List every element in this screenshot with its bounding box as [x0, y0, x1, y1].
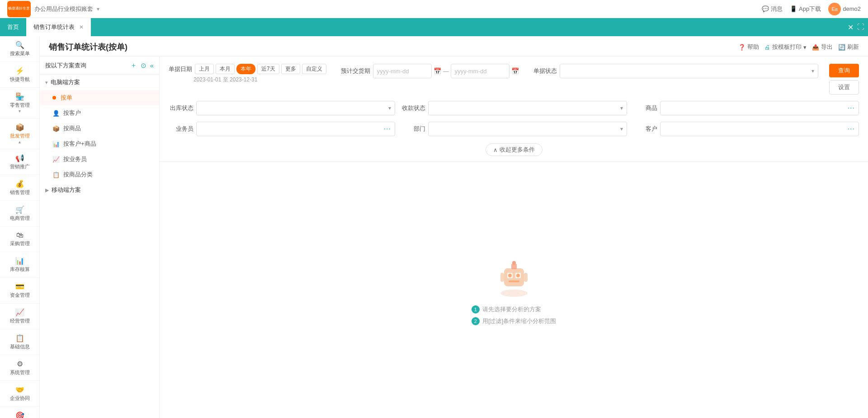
- top-bar-right: 💬 消息 📱 App下载 Ea demo2: [762, 3, 861, 15]
- sidebar-item-enterprise[interactable]: 🤝 企业协同: [0, 381, 39, 407]
- add-scheme-icon[interactable]: ＋: [130, 61, 137, 70]
- status-select[interactable]: ▾: [560, 64, 818, 78]
- expected-date-start[interactable]: [373, 64, 432, 78]
- sidebar-item-basic[interactable]: 📋 基础信息: [0, 329, 39, 355]
- active-indicator: [52, 96, 56, 100]
- empty-tip-1: 1 请先选择要分析的方案: [472, 305, 556, 314]
- collapse-scheme-icon[interactable]: «: [150, 62, 154, 69]
- tab-close-icon[interactable]: ✕: [79, 24, 84, 30]
- sidebar-item-ecommerce[interactable]: 🛒 电商管理: [0, 201, 39, 227]
- customer-select[interactable]: ···: [660, 122, 859, 136]
- page-title: 销售订单统计表(按单): [49, 42, 127, 52]
- sidebar: 🔍 搜索菜单 ⚡ 快捷导航 🏪 零售管理 ▾ 📦 批发管理 ▴ 📢 营销推广 💰…: [0, 36, 40, 418]
- help-icon: ❓: [738, 44, 745, 51]
- pc-group-label: 电脑端方案: [51, 78, 80, 86]
- export-btn[interactable]: 📤 导出: [812, 43, 833, 51]
- date-col: 单据日期 上月 本月 本年 近7天 更多 自定义 2023: [169, 64, 326, 84]
- pay-status-arrow: ▾: [620, 105, 623, 111]
- scheme-item-label-by-order: 按单: [61, 94, 72, 102]
- operation-icon: 📈: [15, 308, 24, 317]
- scheme-group-mobile-header[interactable]: ▶ 移动端方案: [40, 182, 159, 198]
- scheme-item-by-customer[interactable]: 👤 按客户: [40, 105, 159, 121]
- sidebar-item-marketing[interactable]: 📢 营销推广: [0, 149, 39, 175]
- tab-minimize-icon[interactable]: ✕: [848, 23, 854, 32]
- sidebar-item-system[interactable]: ⚙ 系统管理: [0, 355, 39, 381]
- sidebar-item-search[interactable]: 🔍 搜索菜单: [0, 36, 39, 62]
- product-scheme-icon: 📦: [52, 125, 60, 132]
- query-button[interactable]: 查询: [829, 64, 859, 77]
- help-btn[interactable]: ❓ 帮助: [738, 43, 759, 51]
- setting-button[interactable]: 设置: [829, 80, 859, 95]
- user-menu[interactable]: Ea demo2: [828, 3, 861, 15]
- date-btn-last-month[interactable]: 上月: [195, 64, 214, 74]
- refresh-icon: 🔄: [838, 44, 845, 51]
- scheme-item-by-customer-product[interactable]: 📊 按客户+商品: [40, 136, 159, 152]
- empty-tips: 1 请先选择要分析的方案 2 用[过滤]条件来缩小分析范围: [472, 305, 556, 325]
- scheme-list: ▾ 电脑端方案 按单 👤 按客户 📦 按商: [40, 75, 159, 418]
- sidebar-item-sales[interactable]: 💰 销售管理: [0, 175, 39, 201]
- expected-date-label: 预计交货期: [341, 67, 370, 75]
- sidebar-item-wholesale[interactable]: 📦 批发管理 ▴: [0, 119, 39, 149]
- app-title-dropdown[interactable]: ▾: [97, 6, 99, 12]
- date-btn-custom[interactable]: 自定义: [302, 64, 326, 74]
- date-btn-last-7[interactable]: 近7天: [257, 64, 279, 74]
- product-col: 商品 ···: [632, 101, 859, 115]
- scheme-item-by-salesman[interactable]: 📈 按业务员: [40, 152, 159, 167]
- sidebar-item-purchase[interactable]: 🛍 采购管理: [0, 227, 39, 252]
- filter-area: 单据日期 上月 本月 本年 近7天 更多 自定义 2023: [160, 57, 868, 140]
- system-icon: ⚙: [17, 360, 23, 368]
- template-print-btn[interactable]: 🖨 按模板打印 ▾: [764, 43, 807, 51]
- salesman-scheme-icon: 📈: [52, 156, 60, 163]
- svg-rect-10: [524, 273, 528, 282]
- right-panel: 单据日期 上月 本月 本年 近7天 更多 自定义 2023: [160, 57, 868, 418]
- salesman-select[interactable]: ···: [196, 122, 395, 136]
- retail-arrow: ▾: [19, 109, 21, 114]
- tab-home[interactable]: 首页: [0, 18, 26, 36]
- scheme-item-by-product[interactable]: 📦 按商品: [40, 121, 159, 136]
- scheme-item-by-category[interactable]: 📋 按商品分类: [40, 167, 159, 182]
- tip-num-1: 1: [472, 305, 480, 314]
- expected-date-end[interactable]: [451, 64, 509, 78]
- ship-status-arrow: ▾: [388, 105, 391, 111]
- date-range-text: 2023-01-01 至 2023-12-31: [169, 76, 326, 84]
- department-arrow: ▾: [620, 126, 623, 132]
- sidebar-item-finance[interactable]: 💳 资金管理: [0, 278, 39, 304]
- product-select[interactable]: ···: [660, 101, 859, 115]
- sidebar-item-newbie[interactable]: 🎯 新手引导: [0, 407, 39, 418]
- pay-status-select[interactable]: ▾: [428, 101, 627, 115]
- expected-date-col: 预计交货期 📅 — 📅: [341, 64, 519, 78]
- calendar-end-icon[interactable]: 📅: [511, 67, 519, 75]
- department-select[interactable]: ▾: [428, 122, 627, 136]
- scheme-item-by-order[interactable]: 按单: [40, 90, 159, 105]
- scheme-group-pc-header[interactable]: ▾ 电脑端方案: [40, 75, 159, 90]
- scheme-header: 按以下方案查询 ＋ ⊙ «: [40, 57, 159, 75]
- newbie-icon: 🎯: [15, 411, 24, 418]
- svg-rect-9: [500, 273, 504, 282]
- mobile-icon: 📱: [790, 5, 797, 12]
- app-download-btn[interactable]: 📱 App下载: [790, 5, 821, 13]
- collapse-button[interactable]: ∧ 收起更多条件: [486, 143, 542, 156]
- tab-expand-icon[interactable]: ⛶: [857, 23, 864, 31]
- sidebar-item-operation[interactable]: 📈 经营管理: [0, 304, 39, 329]
- manage-scheme-icon[interactable]: ⊙: [141, 62, 146, 70]
- export-icon: 📤: [812, 44, 819, 51]
- date-btn-more[interactable]: 更多: [281, 64, 300, 74]
- date-label: 单据日期: [169, 65, 192, 73]
- date-btn-this-year[interactable]: 本年: [236, 64, 255, 74]
- avatar: Ea: [828, 3, 841, 15]
- date-btn-this-month[interactable]: 本月: [216, 64, 235, 74]
- ship-status-select[interactable]: ▾: [196, 101, 395, 115]
- scheme-item-label-by-category: 按商品分类: [63, 171, 93, 179]
- refresh-btn[interactable]: 🔄 刷新: [838, 43, 859, 51]
- sidebar-item-inventory[interactable]: 📊 库存核算: [0, 252, 39, 278]
- tab-order-stats[interactable]: 销售订单统计表 ✕: [26, 18, 91, 36]
- print-icon: 🖨: [764, 44, 770, 51]
- calendar-start-icon[interactable]: 📅: [434, 67, 441, 75]
- app-title: 办公用品行业模拟账套: [34, 5, 93, 13]
- scheme-panel: 按以下方案查询 ＋ ⊙ « ▾ 电脑端方案: [40, 57, 160, 418]
- sidebar-item-shortcut[interactable]: ⚡ 快捷导航: [0, 62, 39, 88]
- wholesale-icon: 📦: [15, 123, 24, 132]
- message-btn[interactable]: 💬 消息: [762, 5, 783, 13]
- sidebar-item-retail[interactable]: 🏪 零售管理 ▾: [0, 88, 39, 119]
- pc-group-arrow: ▾: [45, 80, 48, 86]
